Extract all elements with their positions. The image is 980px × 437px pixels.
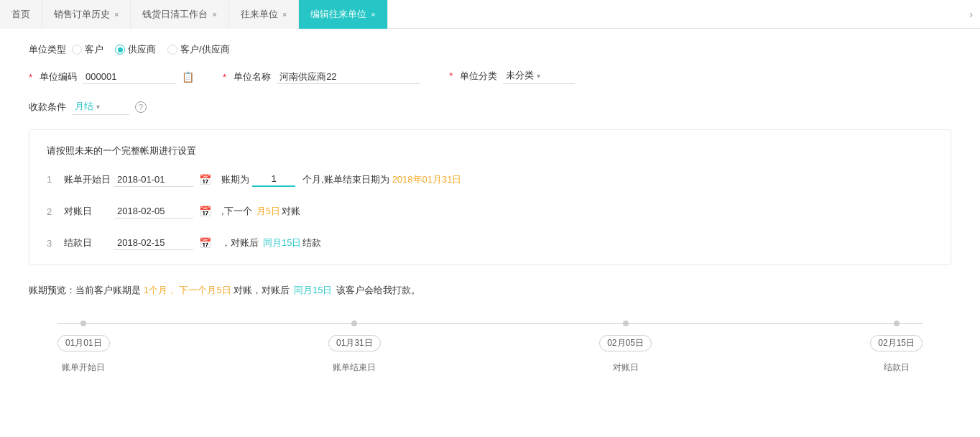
- radio-customer[interactable]: 客户: [72, 43, 103, 56]
- preview-part1: 1个月，: [144, 285, 177, 295]
- timeline-label-3: 结款日: [884, 362, 910, 374]
- unit-category-value: 未分类: [506, 69, 534, 82]
- payment-value: 月结: [75, 100, 93, 113]
- tabs-arrow[interactable]: ›: [962, 9, 980, 20]
- timeline-label-1: 账单结束日: [333, 362, 376, 374]
- step-date-3[interactable]: [114, 236, 193, 250]
- tab-sales-history[interactable]: 销售订单历史 ×: [42, 0, 131, 29]
- step-date-1[interactable]: [114, 172, 193, 187]
- unit-code-input[interactable]: 000001: [83, 70, 176, 84]
- preview-label: 账期预览：当前客户账期是: [29, 285, 141, 295]
- tab-counterpart-close[interactable]: ×: [282, 10, 287, 19]
- timeline-node-2: 02月05日 对账日: [599, 317, 652, 374]
- step-label-1: 账单开始日: [64, 173, 114, 186]
- radio-customer-label: 客户: [85, 43, 103, 56]
- step-2-calendar-icon[interactable]: 📅: [199, 206, 211, 217]
- step-3-suffix: 结款: [302, 236, 321, 249]
- unit-code-label: 单位编码: [40, 70, 77, 83]
- timeline-container: 01月01日 账单开始日 01月31日 账单结束日 02月05日 对账日 02月…: [29, 317, 951, 374]
- timeline-label-0: 账单开始日: [62, 362, 105, 374]
- radio-both[interactable]: 客户/供应商: [167, 43, 230, 56]
- unit-category-select[interactable]: 未分类 ▾: [503, 68, 575, 84]
- unit-type-label: 单位类型: [29, 43, 66, 56]
- period-input[interactable]: [252, 172, 295, 187]
- timeline-dot-0: [80, 321, 86, 326]
- step-num-1: 1: [47, 174, 64, 185]
- tabs-bar: 首页 销售订单历史 × 钱货日清工作台 × 往来单位 × 编辑往来单位 × ›: [0, 0, 980, 29]
- preview-section: 账期预览：当前客户账期是 1个月， 下一个月5日 对账，对账后 同月15日 该客…: [29, 272, 951, 385]
- step-3-calendar-icon[interactable]: 📅: [199, 237, 211, 249]
- preview-part3: 对账，对账后: [234, 285, 290, 295]
- payment-label: 收款条件: [29, 101, 66, 114]
- step-1-end-date: 2018年01月31日: [392, 173, 462, 186]
- unit-category-field: * 单位分类 未分类 ▾: [449, 68, 575, 84]
- tab-cash-work[interactable]: 钱货日清工作台 ×: [131, 0, 228, 29]
- unit-code-calendar-icon[interactable]: 📋: [182, 71, 194, 83]
- page-content: 单位类型 客户 供应商 客户/供应商 * 单位编码 00000: [0, 29, 980, 437]
- unit-name-field: * 单位名称: [223, 70, 420, 84]
- radio-both-label: 客户/供应商: [180, 43, 230, 56]
- payment-field: 收款条件 月结 ▾ ?: [29, 98, 147, 115]
- unit-category-chevron-icon: ▾: [537, 72, 540, 80]
- step-num-3: 3: [47, 238, 64, 249]
- step-1-suffix-post: 个月,账单结束日期为: [302, 173, 389, 186]
- unit-code-field: * 单位编码 000001 📋: [29, 70, 194, 84]
- payment-help-icon[interactable]: ?: [135, 101, 147, 113]
- payment-row: 收款条件 月结 ▾ ?: [29, 98, 951, 115]
- payment-select[interactable]: 月结 ▾: [72, 98, 129, 115]
- timeline-badge-0: 01月01日: [57, 335, 110, 351]
- timeline-badge-2: 02月05日: [599, 335, 652, 351]
- unit-type-row: 单位类型 客户 供应商 客户/供应商: [29, 43, 951, 56]
- tab-edit-counterpart-close[interactable]: ×: [371, 10, 375, 19]
- timeline-dot-1: [351, 321, 357, 326]
- step-row-1: 1 账单开始日 📅 账期为 个月,账单结束日期为 2018年01月31日: [47, 172, 933, 187]
- unit-category-label: 单位分类: [460, 70, 497, 83]
- tab-cash-work-close[interactable]: ×: [212, 10, 216, 19]
- timeline-label-2: 对账日: [613, 362, 639, 374]
- timeline-node-3: 02月15日 结款日: [870, 317, 923, 374]
- tab-edit-counterpart[interactable]: 编辑往来单位 ×: [299, 0, 387, 29]
- unit-category-required: *: [449, 70, 453, 81]
- step-label-2: 对账日: [64, 205, 114, 218]
- unit-code-required: *: [29, 72, 32, 83]
- radio-customer-circle: [72, 45, 82, 55]
- timeline-dot-3: [894, 321, 900, 326]
- info-box: 请按照未来的一个完整帐期进行设置 1 账单开始日 📅 账期为 个月,账单结束日期…: [29, 129, 951, 265]
- step-num-2: 2: [47, 206, 64, 217]
- tab-sales-history-label: 销售订单历史: [54, 8, 110, 21]
- step-2-highlight: 月5日: [256, 205, 280, 218]
- unit-name-required: *: [223, 72, 226, 83]
- timeline-badge-3: 02月15日: [870, 335, 923, 351]
- preview-text: 账期预览：当前客户账期是 1个月， 下一个月5日 对账，对账后 同月15日 该客…: [29, 284, 951, 297]
- unit-name-input[interactable]: [277, 70, 420, 84]
- tab-home[interactable]: 首页: [0, 0, 42, 29]
- info-box-title: 请按照未来的一个完整帐期进行设置: [47, 144, 933, 157]
- radio-supplier[interactable]: 供应商: [115, 43, 156, 56]
- unit-type-field: 单位类型 客户 供应商 客户/供应商: [29, 43, 230, 56]
- step-1-suffix-pre: 账期为: [221, 173, 249, 186]
- step-1-calendar-icon[interactable]: 📅: [199, 174, 211, 185]
- tab-cash-work-label: 钱货日清工作台: [142, 8, 208, 21]
- step-row-2: 2 对账日 📅 ,下一个月5日 对账: [47, 204, 933, 218]
- radio-supplier-label: 供应商: [128, 43, 156, 56]
- step-2-suffix: 对账: [282, 205, 300, 218]
- preview-part5: 该客户会给我打款。: [336, 285, 420, 295]
- step-2-prefix: ,下一个: [221, 205, 252, 218]
- radio-both-circle: [167, 45, 177, 55]
- step-row-3: 3 结款日 📅 ，对账后 同月15日 结款: [47, 236, 933, 250]
- step-3-highlight: 同月15日: [263, 236, 301, 249]
- tab-sales-history-close[interactable]: ×: [114, 10, 119, 19]
- preview-part2: 下一个月5日: [179, 285, 231, 295]
- step-date-2[interactable]: [114, 204, 193, 218]
- tab-home-label: 首页: [11, 8, 30, 21]
- payment-chevron-icon: ▾: [96, 103, 100, 111]
- timeline-node-1: 01月31日 账单结束日: [328, 317, 381, 374]
- timeline-dot-2: [623, 321, 629, 326]
- step-label-3: 结款日: [64, 236, 114, 249]
- preview-part4: 同月15日: [294, 285, 332, 295]
- tab-counterpart[interactable]: 往来单位 ×: [229, 0, 299, 29]
- unit-name-label: 单位名称: [234, 70, 271, 83]
- radio-supplier-circle: [115, 45, 125, 55]
- timeline-nodes: 01月01日 账单开始日 01月31日 账单结束日 02月05日 对账日 02月…: [57, 317, 923, 374]
- main-fields-row: * 单位编码 000001 📋 * 单位名称 * 单位分类 未分类 ▾: [29, 68, 951, 84]
